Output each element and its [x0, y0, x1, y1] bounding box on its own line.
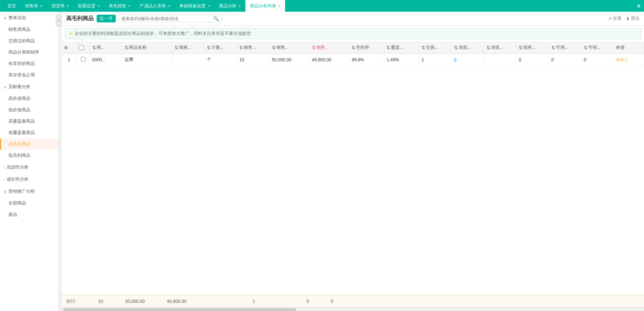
cell-view1[interactable]: 0 — [451, 54, 484, 66]
close-product-analysis[interactable]: ✕ — [238, 4, 241, 8]
nav-home[interactable]: 首页 — [3, 0, 21, 12]
th-view2-sort: ⇅ — [486, 45, 490, 50]
th-view2[interactable]: ⇅ 浏览... — [484, 41, 517, 54]
close-product-analysis-list[interactable]: ✕ — [278, 4, 281, 8]
th-spec[interactable]: ⇅ 规格... — [172, 41, 204, 54]
arrow-growth: › — [4, 177, 5, 182]
sidebar-group-overall[interactable]: ∨ 整体信息 — [0, 12, 58, 24]
cell-sale-profit: 49,900.00 — [309, 54, 349, 66]
th-sale-qty-sort: ⇅ — [239, 45, 243, 50]
select-all-checkbox[interactable] — [79, 45, 84, 50]
sidebar-item-high-coverage[interactable]: 高覆盖量商品 — [0, 116, 58, 127]
close-purchase-order[interactable]: ✕ — [66, 4, 69, 8]
th-trade[interactable]: ⇅ 交易... — [419, 41, 451, 54]
th-sale-amount[interactable]: ⇅ 销售... — [269, 41, 309, 54]
th-settings[interactable]: ⚙ — [62, 41, 77, 54]
nav-purchase-order[interactable]: 进货单 ✕ — [47, 0, 73, 12]
nav-role-permission[interactable]: 角色授权 ✕ — [104, 0, 135, 12]
table-header-row: ⚙ ⇅ 商... — [62, 41, 644, 54]
search-input[interactable] — [121, 16, 213, 21]
th-sellable-stock-sort: ⇅ — [584, 45, 587, 50]
export-button[interactable]: ⬇ 导出 — [626, 15, 640, 22]
cell-code: 0000... — [90, 54, 122, 66]
close-sales-order[interactable]: ✕ — [40, 4, 43, 8]
footer-trade: 1 — [252, 299, 255, 304]
settings-icon[interactable]: ⚙ — [64, 45, 68, 50]
sidebar-item-low-coverage[interactable]: 低覆盖量商品 — [0, 127, 58, 138]
sidebar-group-growth[interactable]: › 成长性分析 — [0, 173, 58, 185]
nav-permission-settings[interactable]: 权限设置 ✕ — [73, 0, 104, 12]
th-gross-margin[interactable]: ⇅ 毛利率 — [349, 41, 384, 54]
nav-product-analysis[interactable]: 商品分析 ✕ — [215, 0, 245, 12]
cell-coverage: 1.49% — [384, 54, 419, 66]
sidebar-item-all-goods[interactable]: 全部商品 — [0, 198, 58, 209]
sidebar-item-sales-goods[interactable]: 销售类商品 — [0, 24, 58, 35]
table-row: 1 0000... 运费 个 10 50,000.00 49,900.00 99… — [62, 54, 644, 66]
nav-sales-order[interactable]: 销售单 ✕ — [21, 0, 47, 12]
row-checkbox[interactable] — [81, 57, 86, 62]
th-sale-qty[interactable]: ⇅ 销售... — [237, 41, 269, 54]
arrow-contribution: ∨ — [4, 84, 7, 90]
close-all-tabs[interactable]: ✕ — [636, 3, 641, 10]
cell-sale-amount: 50,000.00 — [269, 54, 309, 66]
filter-recent-month-button[interactable]: 近一月 — [97, 15, 116, 22]
th-code[interactable]: ⇅ 商... — [90, 41, 122, 54]
arrow-marketing: ∨ — [4, 189, 7, 194]
nav-template-settings[interactable]: 单据模板设置 ✕ — [175, 0, 215, 12]
close-permission-settings[interactable]: ✕ — [97, 4, 100, 8]
scrollbar-thumb[interactable] — [63, 308, 296, 311]
close-product-warehouse[interactable]: ✕ — [168, 4, 170, 8]
nav-product-analysis-list[interactable]: 商品分析列表 ✕ — [245, 0, 285, 12]
th-tag[interactable]: 标签 — [614, 41, 644, 54]
footer-available-stock: 0 — [331, 299, 334, 304]
table-container[interactable]: ⚙ ⇅ 商... — [62, 41, 644, 295]
th-current-stock[interactable]: ⇅ 现有... — [517, 41, 549, 54]
content-header: 高毛利商品 近一月 🔍 ↗ 分享 ⬇ 导出 — [62, 12, 644, 26]
sidebar-item-low-margin[interactable]: 低毛利商品 — [0, 150, 58, 161]
header-actions: ↗ 分享 ⬇ 导出 — [608, 15, 640, 22]
th-gross-margin-sort: ⇅ — [352, 45, 355, 50]
share-button[interactable]: ↗ 分享 — [608, 15, 622, 22]
horizontal-scrollbar[interactable] — [62, 307, 644, 311]
sidebar-item-traded-goods[interactable]: 交易过的商品 — [0, 35, 58, 47]
sidebar-group-trend[interactable]: › 流趋性分析 — [0, 161, 58, 173]
arrow-trend: › — [4, 165, 5, 170]
sidebar-item-stock-funds[interactable]: 库存资金占用 — [0, 69, 58, 81]
sidebar-group-marketing[interactable]: ∨ 营销推广分析 — [0, 185, 58, 198]
cell-seq: 1 — [62, 54, 77, 66]
search-icon[interactable]: 🔍 — [213, 16, 219, 21]
sidebar-item-in-stock-goods[interactable]: 有库存的商品 — [0, 58, 58, 69]
cell-checkbox[interactable] — [77, 54, 90, 66]
sidebar-item-new-goods[interactable]: 新品 — [0, 209, 58, 220]
th-sale-profit[interactable]: ⇅ 销售... — [309, 41, 349, 54]
arrow-overall: ∨ — [4, 15, 7, 21]
th-sellable-stock[interactable]: ⇅ 可销... — [582, 41, 614, 54]
sidebar-collapse-button[interactable]: « — [56, 15, 62, 26]
close-role-permission[interactable]: ✕ — [128, 4, 131, 8]
th-coverage[interactable]: ⇅ 覆盖... — [384, 41, 419, 54]
th-spec-sort: ⇅ — [175, 45, 178, 50]
sidebar-item-high-margin[interactable]: 高毛利商品 — [0, 138, 58, 150]
th-name-sort: ⇅ — [125, 45, 128, 50]
sidebar-item-high-value[interactable]: 高价值商品 — [0, 93, 58, 104]
data-table: ⚙ ⇅ 商... — [62, 41, 644, 66]
sidebar: ∨ 整体信息 销售类商品 交易过的商品 商品分类助销率 有库存的商品 库存资金占… — [0, 12, 59, 311]
th-unit[interactable]: ⇅ 计量... — [205, 41, 237, 54]
cell-name: 运费 — [122, 54, 172, 66]
cell-sellable-stock: 0 — [582, 54, 614, 66]
info-icon: ✦ — [69, 31, 72, 36]
sidebar-group-contribution[interactable]: ∨ 贡献量分析 — [0, 81, 58, 93]
nav-product-warehouse[interactable]: 产成品入库单 ✕ — [135, 0, 175, 12]
th-checkbox[interactable] — [77, 41, 90, 54]
th-name[interactable]: ⇅ 商品名称 — [122, 41, 172, 54]
sidebar-item-category-assist[interactable]: 商品分类助销率 — [0, 47, 58, 58]
share-icon: ↗ — [608, 16, 612, 21]
th-available-stock[interactable]: ⇅ 可用... — [549, 41, 581, 54]
close-template-settings[interactable]: ✕ — [207, 4, 210, 8]
cell-sale-qty: 10 — [237, 54, 269, 66]
th-view1[interactable]: ⇅ 浏览... — [451, 41, 484, 54]
th-view1-sort: ⇅ — [454, 45, 458, 50]
footer-label: 合计: — [66, 298, 76, 304]
sidebar-item-low-value[interactable]: 低价值商品 — [0, 104, 58, 116]
cell-unit: 个 — [205, 54, 237, 66]
